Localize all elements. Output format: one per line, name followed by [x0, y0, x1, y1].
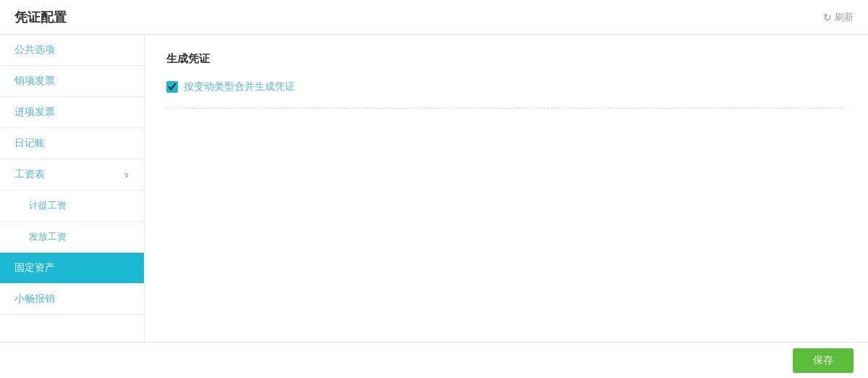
section-divider [166, 108, 846, 109]
sidebar-label-petty-expense: 小畅报销 [14, 293, 55, 306]
refresh-icon: ↻ [823, 12, 832, 23]
sidebar-item-purchase-invoice[interactable]: 进项发票 [0, 97, 144, 128]
content-area: 生成凭证 按变动类型合并生成凭证 [145, 35, 868, 342]
checkbox-row: 按变动类型合并生成凭证 [166, 80, 846, 93]
sidebar-item-journal[interactable]: 日记账 [0, 128, 144, 159]
sidebar-item-payroll-accrual[interactable]: 计提工资 [0, 190, 144, 222]
sidebar-item-petty-expense[interactable]: 小畅报销 [0, 284, 144, 315]
main-layout: 公共选项销项发票进项发票日记账工资表∨计提工资发放工资固定资产小畅报销 生成凭证… [0, 35, 868, 342]
sidebar-label-public-options: 公共选项 [14, 43, 55, 56]
chevron-down-icon: ∨ [124, 170, 129, 180]
merge-by-type-checkbox[interactable] [166, 81, 178, 93]
merge-by-type-label[interactable]: 按变动类型合并生成凭证 [184, 80, 295, 93]
sidebar-item-fixed-assets[interactable]: 固定资产 [0, 253, 144, 284]
sidebar-label-journal: 日记账 [14, 137, 45, 150]
sidebar-label-payroll-accrual: 计提工资 [29, 199, 67, 212]
sidebar-label-sales-invoice: 销项发票 [14, 75, 55, 88]
save-button[interactable]: 保存 [793, 348, 854, 373]
sidebar-item-sales-invoice[interactable]: 销项发票 [0, 66, 144, 97]
header: 凭证配置 ↻ 刷新 [0, 0, 868, 35]
section-title: 生成凭证 [166, 52, 846, 66]
sidebar-item-payroll[interactable]: 工资表∨ [0, 159, 144, 190]
sidebar-label-purchase-invoice: 进项发票 [14, 106, 55, 119]
sidebar-label-payroll: 工资表 [14, 168, 45, 181]
refresh-button[interactable]: ↻ 刷新 [823, 11, 854, 24]
page-title: 凭证配置 [14, 9, 67, 26]
refresh-label: 刷新 [835, 11, 854, 24]
sidebar-label-payroll-payment: 发放工资 [29, 230, 67, 243]
footer: 保存 [0, 342, 868, 378]
sidebar-item-public-options[interactable]: 公共选项 [0, 35, 144, 66]
sidebar-item-payroll-payment[interactable]: 发放工资 [0, 222, 144, 253]
page-wrapper: 凭证配置 ↻ 刷新 公共选项销项发票进项发票日记账工资表∨计提工资发放工资固定资… [0, 0, 868, 378]
sidebar: 公共选项销项发票进项发票日记账工资表∨计提工资发放工资固定资产小畅报销 [0, 35, 145, 342]
sidebar-label-fixed-assets: 固定资产 [14, 261, 55, 274]
